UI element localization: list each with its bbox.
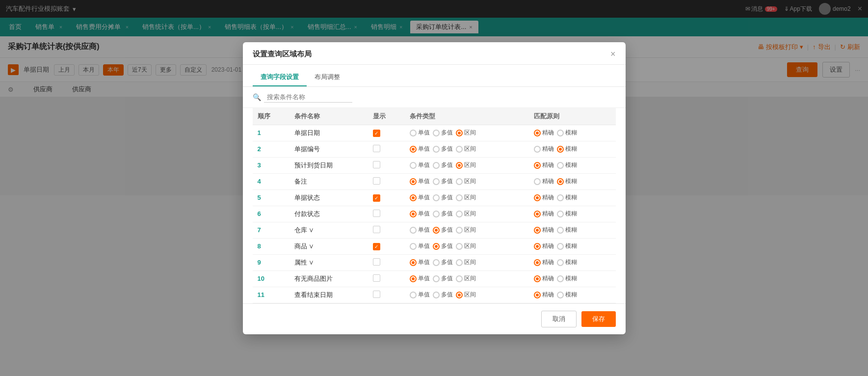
- radio-dot-fuzzy: [557, 178, 564, 185]
- checkbox[interactable]: [373, 130, 380, 137]
- row-order: 2: [253, 141, 289, 157]
- type-single-radio[interactable]: 单值: [410, 145, 430, 153]
- match-radio-group: 精确 模糊: [534, 193, 610, 195]
- type-multi-radio[interactable]: 多值: [433, 193, 453, 195]
- type-single-radio[interactable]: 单值: [410, 161, 430, 169]
- radio-dot-multi: [433, 162, 440, 169]
- row-name: 备注: [289, 173, 368, 189]
- condition-search-input[interactable]: [264, 92, 352, 103]
- radio-dot-range: [456, 178, 463, 185]
- row-type: 单值 多值 区间: [405, 173, 529, 189]
- type-multi-radio[interactable]: 多值: [433, 129, 453, 137]
- table-row: 4备注 单值 多值 区间 精确 模糊: [253, 173, 616, 189]
- search-icon: 🔍: [253, 93, 261, 101]
- row-display-checkbox[interactable]: [368, 157, 405, 173]
- radio-dot-fuzzy: [557, 162, 564, 169]
- table-row: 5单据状态 单值 多值 区间 精确 模糊: [253, 189, 616, 195]
- row-type: 单值 多值 区间: [405, 189, 529, 195]
- radio-dot-fuzzy: [557, 130, 564, 136]
- match-exact-radio[interactable]: 精确: [534, 145, 554, 153]
- checkbox[interactable]: [373, 177, 380, 185]
- radio-dot-single: [410, 130, 417, 136]
- settings-dialog: 设置查询区域布局 × 查询字段设置 布局调整 🔍 顺序 条件名称 显示 条件类型: [243, 42, 626, 196]
- match-radio-group: 精确 模糊: [534, 145, 610, 153]
- radio-dot-multi: [433, 146, 440, 153]
- row-match: 精确 模糊: [529, 125, 615, 141]
- type-multi-radio[interactable]: 多值: [433, 177, 453, 186]
- radio-dot-single: [410, 146, 417, 153]
- checkbox[interactable]: [373, 145, 380, 152]
- match-fuzzy-radio[interactable]: 模糊: [557, 161, 577, 169]
- row-display-checkbox[interactable]: [368, 189, 405, 195]
- row-name: 单据日期: [289, 125, 368, 141]
- row-name: 单据编号: [289, 141, 368, 157]
- radio-dot-single: [410, 178, 417, 185]
- checkbox[interactable]: [373, 161, 380, 168]
- dialog-title: 设置查询区域布局: [253, 50, 312, 59]
- match-radio-group: 精确 模糊: [534, 129, 610, 137]
- type-radio-group: 单值 多值 区间: [410, 129, 524, 137]
- settings-table: 顺序 条件名称 显示 条件类型 匹配原则 1单据日期 单值 多值: [243, 108, 626, 196]
- checkbox[interactable]: [373, 194, 380, 196]
- table-row: 3预计到货日期 单值 多值 区间 精确 模糊: [253, 157, 616, 173]
- match-exact-radio[interactable]: 精确: [534, 177, 554, 186]
- col-header-display: 显示: [368, 108, 405, 125]
- radio-dot-fuzzy: [557, 146, 564, 153]
- type-range-radio[interactable]: 区间: [456, 145, 476, 153]
- modal-overlay: 设置查询区域布局 × 查询字段设置 布局调整 🔍 顺序 条件名称 显示 条件类型: [0, 0, 868, 195]
- row-display-checkbox[interactable]: [368, 141, 405, 157]
- type-single-radio[interactable]: 单值: [410, 177, 430, 186]
- type-single-radio[interactable]: 单值: [410, 129, 430, 137]
- radio-dot-multi: [433, 130, 440, 136]
- type-radio-group: 单值 多值 区间: [410, 193, 524, 195]
- match-exact-radio[interactable]: 精确: [534, 129, 554, 137]
- col-header-match: 匹配原则: [529, 108, 615, 125]
- radio-dot-range: [456, 146, 463, 153]
- match-radio-group: 精确 模糊: [534, 177, 610, 186]
- type-radio-group: 单值 多值 区间: [410, 177, 524, 186]
- dialog-header: 设置查询区域布局 ×: [243, 42, 626, 65]
- row-match: 精确 模糊: [529, 157, 615, 173]
- match-exact-radio[interactable]: 精确: [534, 161, 554, 169]
- tab-query-fields[interactable]: 查询字段设置: [253, 70, 307, 86]
- tab-layout[interactable]: 布局调整: [307, 70, 348, 86]
- row-display-checkbox[interactable]: [368, 125, 405, 141]
- col-header-name: 条件名称: [289, 108, 368, 125]
- row-match: 精确 模糊: [529, 173, 615, 189]
- dialog-tabs: 查询字段设置 布局调整: [243, 65, 626, 87]
- col-header-order: 顺序: [253, 108, 289, 125]
- type-multi-radio[interactable]: 多值: [433, 161, 453, 169]
- table-row: 1单据日期 单值 多值 区间 精确 模糊: [253, 125, 616, 141]
- row-type: 单值 多值 区间: [405, 157, 529, 173]
- row-order: 5: [253, 189, 289, 195]
- row-type: 单值 多值 区间: [405, 125, 529, 141]
- match-exact-radio[interactable]: 精确: [534, 193, 554, 195]
- type-range-radio[interactable]: 区间: [456, 129, 476, 137]
- match-fuzzy-radio[interactable]: 模糊: [557, 145, 577, 153]
- radio-dot-range: [456, 162, 463, 169]
- radio-dot-multi: [433, 178, 440, 185]
- row-order: 1: [253, 125, 289, 141]
- type-single-radio[interactable]: 单值: [410, 193, 430, 195]
- radio-dot-exact: [534, 162, 541, 169]
- row-display-checkbox[interactable]: [368, 173, 405, 189]
- radio-dot-exact: [534, 130, 541, 136]
- table-row: 2单据编号 单值 多值 区间 精确 模糊: [253, 141, 616, 157]
- match-fuzzy-radio[interactable]: 模糊: [557, 177, 577, 186]
- row-order: 4: [253, 173, 289, 189]
- dialog-close-button[interactable]: ×: [610, 49, 616, 59]
- row-name: 预计到货日期: [289, 157, 368, 173]
- radio-dot-range: [456, 194, 463, 196]
- radio-dot-exact: [534, 178, 541, 185]
- radio-dot-range: [456, 130, 463, 136]
- match-fuzzy-radio[interactable]: 模糊: [557, 129, 577, 137]
- type-radio-group: 单值 多值 区间: [410, 145, 524, 153]
- type-multi-radio[interactable]: 多值: [433, 145, 453, 153]
- dialog-search-area: 🔍: [243, 87, 626, 108]
- radio-dot-exact: [534, 194, 541, 196]
- match-fuzzy-radio[interactable]: 模糊: [557, 193, 577, 195]
- type-range-radio[interactable]: 区间: [456, 193, 476, 195]
- row-order: 3: [253, 157, 289, 173]
- type-range-radio[interactable]: 区间: [456, 161, 476, 169]
- type-range-radio[interactable]: 区间: [456, 177, 476, 186]
